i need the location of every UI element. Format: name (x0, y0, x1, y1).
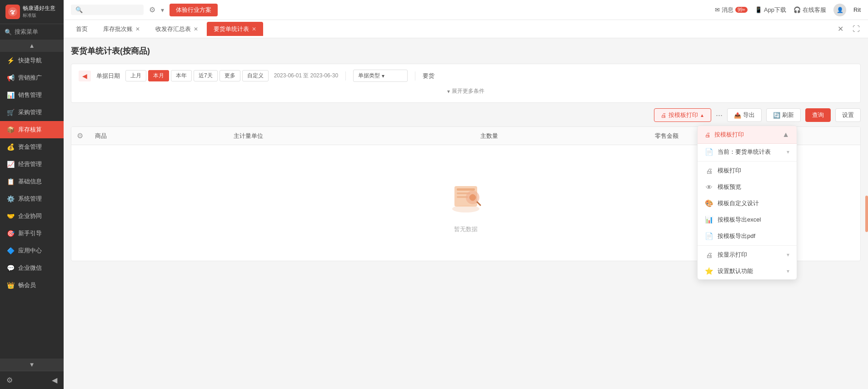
sidebar-item-purchase[interactable]: 🛒 采购管理 (0, 104, 64, 121)
quick-nav-icon: ⚡ (6, 56, 15, 65)
app-logo-icon (5, 5, 20, 19)
filter-order-type-select[interactable]: 单据类型 ▾ (353, 70, 408, 82)
member-icon: 👑 (6, 281, 15, 289)
sidebar-item-label: 采购管理 (18, 108, 42, 116)
basic-info-icon: 📋 (6, 177, 15, 186)
sidebar-item-label: 经营管理 (18, 160, 42, 168)
app-download-label: App下载 (764, 6, 786, 14)
page-content: 要货单统计表(按商品) ◀ 单据日期 上月 本月 本年 近7天 更多 自定义 2… (64, 38, 868, 389)
sidebar-item-operations[interactable]: 📈 经营管理 (0, 156, 64, 173)
topbar-search-box[interactable]: 🔍 (71, 5, 144, 15)
tab-collection-summary-close[interactable]: ✕ (194, 26, 198, 32)
dropdown-item-export-excel[interactable]: 📊 按模板导出excel (698, 212, 797, 228)
user-avatar[interactable]: 👤 (833, 4, 846, 16)
dropdown-item-label: 模板预览 (718, 183, 741, 191)
sidebar-item-app-center[interactable]: 🔷 应用中心 (0, 242, 64, 259)
dropdown-header-label: 按模板打印 (714, 131, 744, 139)
filter-this-year[interactable]: 本年 (171, 70, 192, 81)
tab-expand-button[interactable]: ⛶ (850, 24, 863, 34)
sidebar-item-label: 企业微信 (18, 264, 42, 272)
query-button[interactable]: 查询 (805, 108, 831, 122)
sidebar-scroll-up[interactable]: ▲ (0, 40, 64, 52)
query-label: 查询 (812, 111, 824, 119)
dropdown-current-template[interactable]: 📄 当前：要货单统计表 ▾ (698, 144, 797, 160)
user-name[interactable]: Rit (853, 6, 861, 13)
sidebar-item-label: 快捷导航 (18, 56, 42, 65)
col-settings: ⚙ (71, 127, 90, 145)
toolbar-more-icon[interactable]: ··· (716, 111, 723, 120)
sidebar-item-enterprise[interactable]: 🤝 企业协同 (0, 207, 64, 225)
industry-solution-button[interactable]: 体验行业方案 (170, 4, 218, 16)
filter-recent-7[interactable]: 近7天 (194, 70, 218, 81)
right-scrollbar[interactable] (865, 196, 868, 232)
sidebar: 畅康通好生意 标准版 🔍 搜索菜单 ▲ ⚡ 快捷导航 📢 营销推广 📊 销售管理… (0, 0, 64, 389)
app-download-button[interactable]: 📱 App下载 (755, 6, 786, 14)
filter-date-range: 2023-06-01 至 2023-06-30 (274, 72, 338, 80)
dropdown-section-display-print[interactable]: 🖨 按显示打印 ▾ (698, 247, 797, 263)
sidebar-item-basic-info[interactable]: 📋 基础信息 (0, 173, 64, 190)
messages-button[interactable]: ✉ 消息 99+ (715, 6, 748, 14)
print-icon: 🖨 (661, 112, 667, 119)
tab-order-stats[interactable]: 要货单统计表 ✕ (207, 22, 263, 36)
sidebar-item-label: 畅会员 (18, 281, 36, 289)
tab-collection-summary[interactable]: 收发存汇总表 ✕ (149, 22, 205, 36)
dropdown-section-set-default[interactable]: ⭐ 设置默认功能 ▾ (698, 263, 797, 279)
svg-rect-4 (457, 188, 475, 191)
tab-inventory-batch-close[interactable]: ✕ (135, 26, 140, 32)
app-name: 畅康通好生意 (23, 5, 55, 12)
page-title: 要货单统计表(按商品) (71, 45, 861, 56)
dropdown-item-template-custom[interactable]: 🎨 模板自定义设计 (698, 195, 797, 212)
filter-order-type-label: 单据类型 (358, 72, 380, 80)
sidebar-item-label: 营销推广 (18, 74, 42, 82)
dropdown-item-export-pdf[interactable]: 📄 按模板导出pdf (698, 228, 797, 244)
filter-more[interactable]: 更多 (219, 70, 240, 81)
sidebar-scroll-down[interactable]: ▼ (0, 359, 64, 371)
online-service-button[interactable]: 🎧 在线客服 (793, 6, 826, 14)
print-template-button[interactable]: 🖨 按模板打印 ▲ (654, 108, 711, 122)
dropdown-item-template-print[interactable]: 🖨 模板打印 (698, 162, 797, 179)
sidebar-item-label: 库存核算 (18, 126, 42, 134)
sidebar-item-member[interactable]: 👑 畅会员 (0, 277, 64, 294)
empty-state-illustration (443, 172, 489, 218)
filter-custom[interactable]: 自定义 (242, 70, 269, 81)
table-settings-icon[interactable]: ⚙ (77, 132, 83, 140)
filter-current-month[interactable]: 本月 (148, 70, 169, 81)
topbar-settings-icon[interactable]: ⚙ (149, 5, 155, 14)
topbar-dropdown-icon[interactable]: ▾ (161, 6, 164, 14)
sidebar-item-quick-nav[interactable]: ⚡ 快捷导航 (0, 52, 64, 69)
sidebar-item-newbie[interactable]: 🎯 新手引导 (0, 225, 64, 242)
sidebar-item-system[interactable]: ⚙️ 系统管理 (0, 190, 64, 207)
tab-inventory-batch-label: 库存批次账 (103, 25, 133, 33)
sidebar-item-finance[interactable]: 💰 资金管理 (0, 138, 64, 156)
topbar-search-input[interactable] (85, 7, 131, 13)
footer-collapse-icon[interactable]: ◀ (52, 376, 57, 384)
refresh-button[interactable]: 🔄 刷新 (766, 108, 801, 122)
online-service-label: 在线客服 (803, 6, 826, 14)
sidebar-item-enterprise-wechat[interactable]: 💬 企业微信 (0, 259, 64, 277)
sidebar-item-inventory[interactable]: 📦 库存核算 (0, 121, 64, 138)
messages-badge: 99+ (735, 7, 748, 13)
filter-divider-2 (415, 71, 415, 81)
dropdown-item-template-preview[interactable]: 👁 模板预览 (698, 179, 797, 195)
sidebar-search-item[interactable]: 🔍 搜索菜单 (0, 24, 64, 40)
filter-expand-label: 展开更多条件 (452, 87, 484, 95)
settings-button[interactable]: 设置 (835, 108, 861, 122)
footer-settings-icon[interactable]: ⚙ (6, 376, 13, 384)
tab-inventory-batch[interactable]: 库存批次账 ✕ (96, 22, 147, 36)
dropdown-close-button[interactable]: ▲ (782, 131, 789, 139)
export-button[interactable]: 📤 导出 (727, 108, 762, 122)
export-label: 导出 (743, 111, 755, 119)
dropdown-header-left: 🖨 按模板打印 (705, 131, 744, 139)
filter-collapse-btn[interactable]: ◀ (79, 71, 91, 81)
filter-prev-month[interactable]: 上月 (125, 70, 146, 81)
tab-order-stats-close[interactable]: ✕ (252, 26, 256, 32)
filter-expand-button[interactable]: ▾ 展开更多条件 (444, 86, 488, 97)
set-default-chevron: ▾ (787, 268, 789, 274)
sidebar-item-marketing[interactable]: 📢 营销推广 (0, 69, 64, 86)
tab-home[interactable]: 首页 (69, 22, 95, 36)
tab-close-all-button[interactable]: ✕ (835, 24, 846, 34)
export-excel-icon: 📊 (705, 216, 713, 224)
sidebar-nav: ⚡ 快捷导航 📢 营销推广 📊 销售管理 🛒 采购管理 📦 库存核算 💰 资金管… (0, 52, 64, 359)
sidebar-item-sales[interactable]: 📊 销售管理 (0, 86, 64, 104)
set-default-icon: ⭐ (705, 267, 713, 275)
